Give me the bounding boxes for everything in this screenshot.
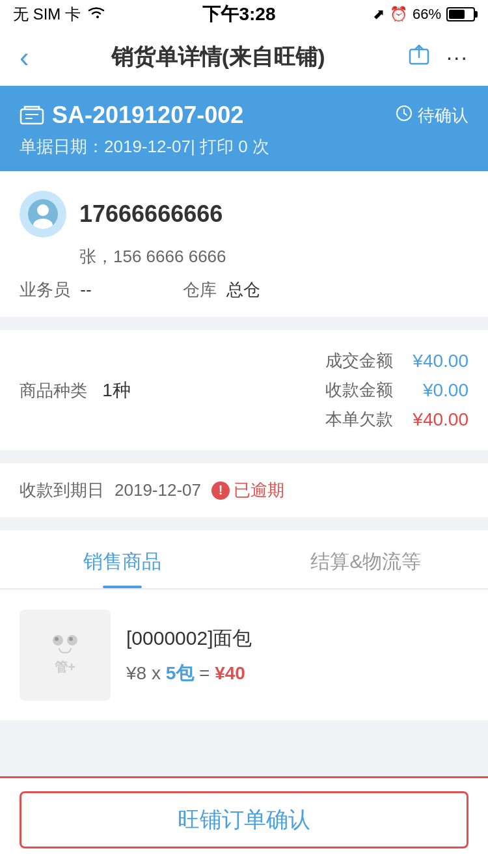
- customer-name: 张，156 6666 6666: [79, 245, 468, 268]
- product-name: [0000002]面包: [126, 625, 468, 652]
- product-section: 管+ [0000002]面包 ¥8 x 5包 = ¥40: [0, 590, 488, 720]
- svg-line-7: [404, 113, 407, 115]
- confirm-order-button[interactable]: 旺铺订单确认: [20, 791, 468, 848]
- nav-bar: ‹ 销货单详情(来自旺铺) ···: [0, 29, 488, 86]
- tabs-row: 销售商品 结算&物流等: [0, 530, 488, 589]
- order-header-top: SA-20191207-002 待确认: [20, 102, 468, 129]
- order-id-row: SA-20191207-002: [20, 102, 243, 129]
- overdue-badge: ! 已逾期: [211, 479, 284, 502]
- product-type: 商品种类 1种: [20, 378, 131, 403]
- order-status-badge: 待确认: [396, 104, 468, 127]
- share-button[interactable]: [407, 43, 431, 72]
- tab-sales-products[interactable]: 销售商品: [0, 530, 244, 588]
- warehouse-field: 仓库 总仓: [183, 278, 260, 301]
- avatar: [20, 191, 66, 237]
- carrier-label: 无 SIM 卡: [13, 4, 81, 25]
- product-price: ¥8 x 5包 = ¥40: [126, 661, 468, 686]
- more-button[interactable]: ···: [446, 44, 468, 70]
- page-title: 销货单详情(来自旺铺): [111, 42, 325, 72]
- overdue-icon: !: [211, 481, 230, 500]
- status-left: 无 SIM 卡: [13, 4, 105, 25]
- status-right: ⬈ ⏰ 66%: [373, 6, 475, 23]
- logo-text: 管+: [55, 658, 75, 676]
- logo-eyes: [53, 635, 77, 645]
- svg-rect-2: [21, 109, 43, 124]
- logo-eye-right: [67, 635, 77, 645]
- wifi-icon: [87, 5, 105, 23]
- owed-row: 本单欠款 ¥40.00: [325, 408, 468, 431]
- status-time: 下午3:28: [202, 2, 275, 27]
- transaction-row: 成交金额 ¥40.00: [325, 349, 468, 372]
- nav-actions: ···: [407, 43, 468, 72]
- product-logo: 管+: [53, 635, 77, 676]
- customer-section: 17666666666 张，156 6666 6666 业务员 -- 仓库 总仓: [0, 171, 488, 317]
- payment-row: 收款金额 ¥0.00: [325, 379, 468, 401]
- product-info: [0000002]面包 ¥8 x 5包 = ¥40: [126, 625, 468, 686]
- status-clock-icon: [396, 105, 413, 126]
- logo-eye-left: [53, 635, 63, 645]
- amount-summary: 成交金额 ¥40.00 收款金额 ¥0.00 本单欠款 ¥40.00: [325, 349, 468, 431]
- order-id-text: SA-20191207-002: [52, 102, 243, 129]
- customer-phone: 17666666666: [79, 200, 223, 228]
- summary-section: 商品种类 1种 成交金额 ¥40.00 收款金额 ¥0.00 本单欠款 ¥40.…: [0, 330, 488, 450]
- back-button[interactable]: ‹: [20, 41, 29, 74]
- product-image: 管+: [20, 610, 111, 701]
- overdue-text: 已逾期: [234, 479, 284, 502]
- tabs-section: 销售商品 结算&物流等: [0, 530, 488, 589]
- order-status-text: 待确认: [418, 104, 468, 127]
- bottom-bar: 旺铺订单确认: [0, 776, 488, 868]
- customer-meta: 业务员 -- 仓库 总仓: [20, 278, 468, 301]
- due-date-section: 收款到期日 2019-12-07 ! 已逾期: [0, 463, 488, 517]
- due-date-label: 收款到期日: [20, 479, 104, 502]
- tab-settlement[interactable]: 结算&物流等: [244, 530, 488, 588]
- logo-mouth: [59, 648, 72, 653]
- battery-icon: [446, 7, 475, 21]
- salesman-field: 业务员 --: [20, 278, 92, 301]
- order-date-row: 单据日期：2019-12-07| 打印 0 次: [20, 135, 468, 158]
- status-bar: 无 SIM 卡 下午3:28 ⬈ ⏰ 66%: [0, 0, 488, 29]
- order-icon: [20, 105, 44, 125]
- order-header: SA-20191207-002 待确认 单据日期：2019-12-07| 打印 …: [0, 86, 488, 171]
- location-icon: ⬈: [373, 6, 385, 23]
- alarm-icon: ⏰: [390, 6, 407, 23]
- due-date-value: 2019-12-07: [115, 480, 201, 500]
- battery-percent: 66%: [413, 6, 441, 23]
- customer-phone-row: 17666666666: [20, 191, 468, 237]
